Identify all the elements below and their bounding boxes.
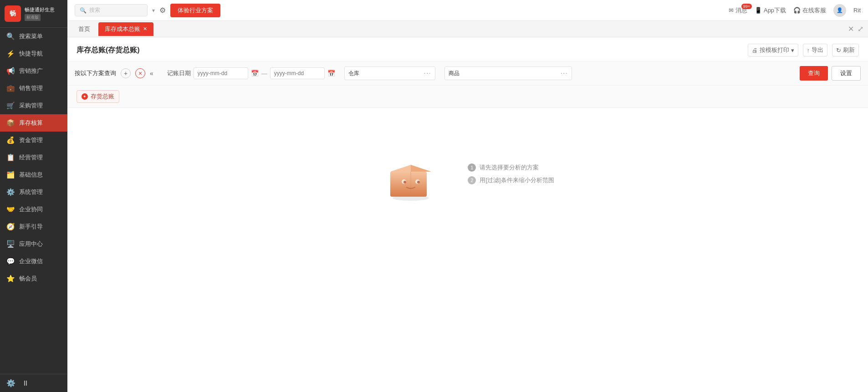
- sidebar-item-purchase[interactable]: 🛒采购管理: [0, 97, 67, 114]
- app-download-button[interactable]: 📱 App下载: [755, 6, 786, 15]
- hint-text-2: 用[过滤]条件来缩小分析范围: [480, 176, 554, 184]
- warehouse-label: 仓库: [348, 70, 359, 77]
- settings-icon[interactable]: ⚙️: [6, 379, 15, 387]
- phone-icon: 📱: [755, 7, 762, 14]
- scheme-dot: ✦: [82, 93, 88, 100]
- sidebar-label-sales: 销售管理: [19, 84, 43, 92]
- sidebar-item-marketing[interactable]: 📢营销推广: [0, 62, 67, 80]
- tab-label-inventory_cost: 库存成本总账: [105, 25, 140, 33]
- sidebar-item-finance[interactable]: 💰资金管理: [0, 132, 67, 149]
- sidebar-item-sales[interactable]: 💼销售管理: [0, 80, 67, 97]
- hint-text-1: 请先选择要分析的方案: [480, 163, 539, 172]
- sidebar-icon-apps: 🖥️: [6, 240, 15, 248]
- filter-delete-button[interactable]: ×: [135, 68, 145, 78]
- query-button[interactable]: 查询: [800, 66, 828, 81]
- trial-button[interactable]: 体验行业方案: [170, 4, 220, 17]
- filter-section: 按以下方案查询 + × « 记账日期 📅 — 📅 仓库 ···: [67, 61, 868, 108]
- header-actions: 🖨 按模板打印 ▾ ↑ 导出 ↻ 刷新: [748, 44, 859, 56]
- topbar-search[interactable]: 🔍 搜索: [75, 4, 148, 16]
- scheme-tag-label: 存货总账: [91, 92, 114, 101]
- empty-svg: [381, 144, 440, 204]
- sidebar-icon-member: ⭐: [6, 275, 15, 283]
- toggle-icon[interactable]: ⏸: [22, 379, 29, 387]
- svg-point-8: [403, 181, 406, 183]
- topbar-gear-icon[interactable]: ⚙: [159, 6, 166, 15]
- sidebar-item-corp[interactable]: 🤝企业协同: [0, 201, 67, 218]
- sidebar-item-operation[interactable]: 📋经营管理: [0, 149, 67, 166]
- svg-rect-2: [390, 172, 427, 197]
- date-to-input[interactable]: [270, 67, 325, 79]
- sidebar-label-member: 畅会员: [19, 275, 37, 283]
- sidebar-item-system[interactable]: ⚙️系统管理: [0, 183, 67, 201]
- tab-inventory_cost[interactable]: 库存成本总账✕: [98, 22, 153, 36]
- scheme-tag[interactable]: ✦ 存货总账: [77, 90, 119, 103]
- tab-label-home: 首页: [78, 25, 90, 33]
- tab-expand-icon[interactable]: ⤢: [858, 25, 863, 33]
- user-avatar[interactable]: 👤: [833, 4, 846, 17]
- messages-badge: 99+: [741, 4, 752, 9]
- date-range-group: 记账日期 📅 — 📅: [167, 67, 335, 79]
- sidebar-icon-operation: 📋: [6, 153, 15, 162]
- sidebar-icon-finance: 💰: [6, 136, 15, 144]
- refresh-icon: ↻: [836, 47, 841, 54]
- sidebar-item-basic[interactable]: 🗂️基础信息: [0, 166, 67, 183]
- tab-close-icon[interactable]: ✕: [848, 25, 854, 33]
- sidebar-label-inventory: 库存核算: [19, 119, 43, 127]
- product-more-icon: ···: [560, 69, 567, 77]
- sidebar-label-guide: 新手引导: [19, 223, 43, 231]
- online-service-button[interactable]: 🎧 在线客服: [793, 6, 826, 15]
- export-button[interactable]: ↑ 导出: [803, 44, 828, 56]
- sidebar-icon-sales: 💼: [6, 84, 15, 92]
- tab-home[interactable]: 首页: [72, 22, 97, 36]
- page-title: 库存总账(存货总账): [77, 46, 140, 55]
- date-separator: —: [261, 70, 267, 77]
- calendar-to-icon[interactable]: 📅: [327, 70, 335, 77]
- sidebar-item-inventory[interactable]: 📦库存核算: [0, 114, 67, 132]
- product-selector[interactable]: 商品 ···: [444, 66, 572, 80]
- svg-marker-4: [411, 165, 431, 172]
- app-name: 畅捷通好生意: [25, 6, 55, 13]
- sidebar-item-shortcut[interactable]: ⚡快捷导航: [0, 45, 67, 62]
- topbar-chevron-icon[interactable]: ▾: [152, 7, 155, 14]
- sidebar-label-wechat: 企业微信: [19, 257, 43, 265]
- sidebar-label-system: 系统管理: [19, 188, 43, 196]
- sidebar-item-wechat[interactable]: 💬企业微信: [0, 253, 67, 270]
- sidebar-icon-corp: 🤝: [6, 205, 15, 214]
- filter-add-button[interactable]: +: [121, 68, 131, 78]
- topbar-right: ✉ 消息 99+ 📱 App下载 🎧 在线客服 👤 Rit: [729, 4, 861, 17]
- sidebar-item-member[interactable]: ⭐畅会员: [0, 270, 67, 287]
- product-label: 商品: [449, 70, 460, 77]
- sidebar-item-search[interactable]: 🔍搜索菜单: [0, 28, 67, 45]
- sidebar-nav: 🔍搜索菜单⚡快捷导航📢营销推广💼销售管理🛒采购管理📦库存核算💰资金管理📋经营管理…: [0, 28, 67, 374]
- sidebar-item-apps[interactable]: 🖥️应用中心: [0, 235, 67, 253]
- empty-illustration: [381, 144, 440, 204]
- date-from-input[interactable]: [194, 67, 248, 79]
- refresh-button[interactable]: ↻ 刷新: [832, 44, 859, 56]
- sidebar-label-basic: 基础信息: [19, 171, 43, 179]
- empty-state: 1 请先选择要分析的方案 2 用[过滤]条件来缩小分析范围: [67, 108, 868, 240]
- empty-hint-1: 1 请先选择要分析的方案: [468, 163, 554, 172]
- print-label: 按模板打印: [760, 46, 789, 54]
- messages-button[interactable]: ✉ 消息 99+: [729, 6, 747, 15]
- tabs-bar: 首页库存成本总账✕ ✕ ⤢: [67, 21, 868, 37]
- headset-icon: 🎧: [793, 7, 801, 14]
- logo-icon: 畅: [5, 5, 21, 22]
- sidebar-label-operation: 经营管理: [19, 153, 43, 162]
- refresh-label: 刷新: [843, 46, 855, 54]
- tab-close-inventory_cost[interactable]: ✕: [143, 26, 147, 32]
- sidebar-icon-purchase: 🛒: [6, 102, 15, 110]
- sidebar-footer: ⚙️ ⏸: [0, 374, 67, 392]
- sidebar-label-finance: 资金管理: [19, 136, 43, 144]
- export-icon: ↑: [807, 47, 810, 54]
- sidebar-label-corp: 企业协同: [19, 205, 43, 214]
- sidebar-label-shortcut: 快捷导航: [19, 50, 43, 58]
- sidebar-label-marketing: 营销推广: [19, 67, 43, 75]
- logo-area: 畅 畅捷通好生意 标准版: [0, 0, 67, 28]
- filter-collapse-button[interactable]: «: [150, 70, 153, 77]
- warehouse-selector[interactable]: 仓库 ···: [344, 66, 435, 80]
- app-download-label: App下载: [764, 6, 786, 15]
- sidebar-item-guide[interactable]: 🧭新手引导: [0, 218, 67, 235]
- setting-button[interactable]: 设置: [832, 66, 861, 81]
- calendar-from-icon[interactable]: 📅: [251, 70, 259, 77]
- print-button[interactable]: 🖨 按模板打印 ▾: [748, 44, 798, 56]
